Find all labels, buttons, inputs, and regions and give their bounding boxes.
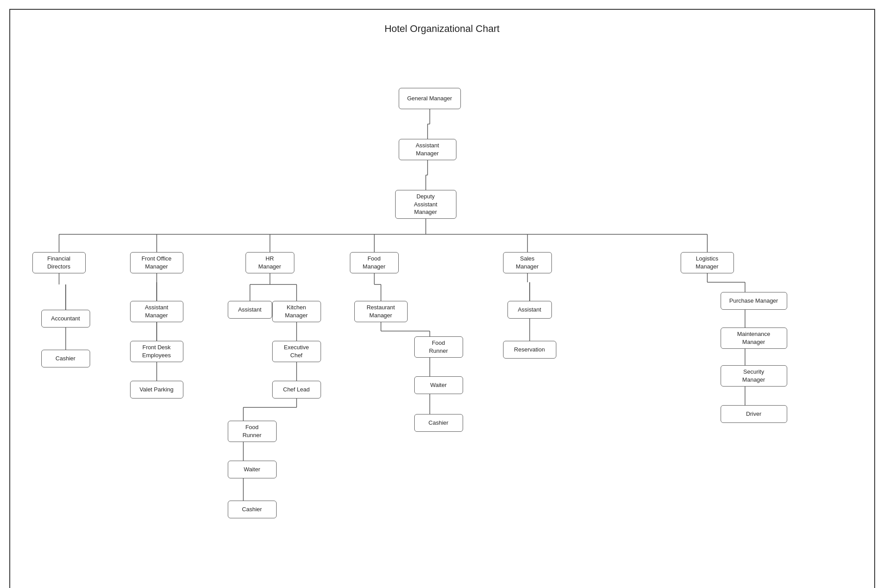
node-purchase_manager: Purchase Manager (721, 292, 787, 310)
node-waiter_food: Waiter (414, 376, 463, 394)
node-restaurant_manager: Restaurant Manager (354, 301, 408, 322)
node-deputy_assistant_manager: Deputy Assistant Manager (395, 190, 456, 219)
node-hr_manager: HR Manager (246, 252, 294, 273)
node-general_manager: General Manager (399, 88, 461, 109)
node-valet_parking: Valet Parking (130, 381, 183, 399)
node-front_desk_employees: Front Desk Employees (130, 341, 183, 362)
nodes-layer: General ManagerAssistant ManagerDeputy A… (19, 48, 865, 580)
node-financial_directors: Financial Directors (32, 252, 86, 273)
node-assistant_manager: Assistant Manager (399, 139, 456, 160)
node-fom_assistant_manager: Assistant Manager (130, 301, 183, 322)
node-chef_lead: Chef Lead (272, 381, 321, 399)
node-food_runner_food: Food Runner (414, 336, 463, 358)
node-reservation: Reservation (503, 341, 556, 359)
node-sales_manager: Sales Manager (503, 252, 552, 273)
node-kitchen_manager: Kitchen Manager (272, 301, 321, 322)
node-driver: Driver (721, 405, 787, 423)
node-maintenance_manager: Maintenance Manager (721, 328, 787, 349)
node-cashier_fin: Cashier (41, 350, 90, 367)
node-cashier_food: Cashier (414, 414, 463, 432)
node-waiter_hr: Waiter (228, 461, 277, 478)
node-hr_assistant: Assistant (228, 301, 272, 319)
node-executive_chef: Executive Chef (272, 341, 321, 362)
chart-title: Hotel Organizational Chart (19, 23, 865, 35)
node-front_office_manager: Front Office Manager (130, 252, 183, 273)
node-food_runner_hr: Food Runner (228, 421, 277, 442)
node-cashier_hr: Cashier (228, 501, 277, 518)
node-accountant: Accountant (41, 310, 90, 328)
node-food_manager: Food Manager (350, 252, 399, 273)
node-logistics_manager: Logistics Manager (681, 252, 734, 273)
chart-container: Hotel Organizational Chart General Manag… (9, 9, 875, 588)
node-security_manager: Security Manager (721, 365, 787, 387)
node-sales_assistant: Assistant (507, 301, 552, 319)
